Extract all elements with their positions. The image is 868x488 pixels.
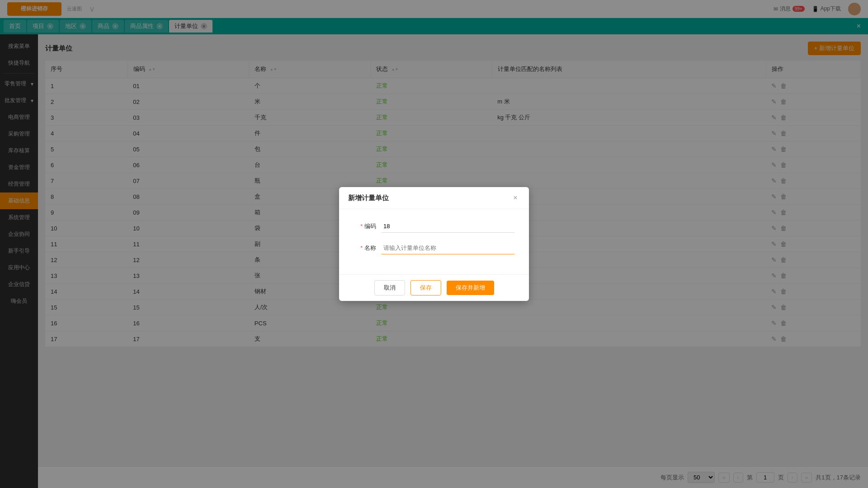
cancel-button[interactable]: 取消 xyxy=(374,280,405,296)
name-input[interactable] xyxy=(382,242,514,254)
modal-body: 编码 名称 xyxy=(339,209,529,274)
modal-overlay[interactable]: 新增计量单位 × 编码 名称 取消 保存 保存并新增 xyxy=(0,0,868,488)
name-form-row: 名称 xyxy=(354,242,514,254)
code-form-row: 编码 xyxy=(354,220,514,233)
modal-header: 新增计量单位 × xyxy=(339,187,529,209)
modal-footer: 取消 保存 保存并新增 xyxy=(339,274,529,301)
modal-close-button[interactable]: × xyxy=(511,193,520,202)
modal-title: 新增计量单位 xyxy=(348,194,389,202)
add-measure-unit-modal: 新增计量单位 × 编码 名称 取消 保存 保存并新增 xyxy=(339,187,529,301)
save-button[interactable]: 保存 xyxy=(410,280,441,296)
save-and-new-button[interactable]: 保存并新增 xyxy=(447,281,494,295)
code-input[interactable] xyxy=(382,220,514,233)
name-label: 名称 xyxy=(354,244,376,252)
code-label: 编码 xyxy=(354,222,376,230)
